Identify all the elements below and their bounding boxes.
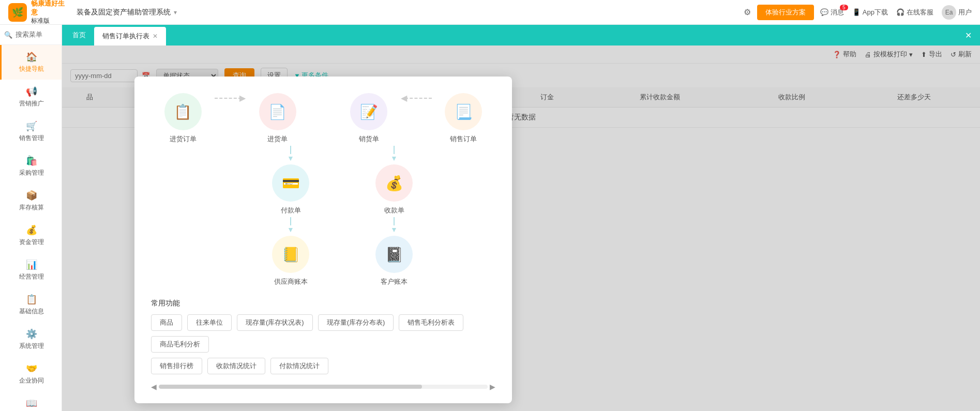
sidebar-search[interactable]: 🔍 搜索菜单 xyxy=(0,25,62,45)
inventory-icon: 📦 xyxy=(26,190,37,201)
header-right: 💬 消息 5 📱 App下载 🎧 在线客服 Ea 用户 xyxy=(820,5,972,20)
sidebar-item-purchase[interactable]: 🛍️ 采购管理 xyxy=(0,149,62,184)
supplier-ledger-icon: 📒 xyxy=(272,236,309,273)
scroll-left-icon[interactable]: ◀ xyxy=(151,383,157,391)
sales-slip-label: 销货单 xyxy=(359,134,379,144)
v-arrow-purchase: ▼ xyxy=(254,146,327,162)
v2-spacer-3 xyxy=(327,217,358,234)
purchase-icon: 🛍️ xyxy=(26,155,37,166)
func-btn-payment-stats[interactable]: 付款情况统计 xyxy=(270,358,328,374)
home-icon: 🏠 xyxy=(26,51,37,63)
logo-line2: 标准版 xyxy=(31,17,70,25)
avatar: Ea xyxy=(942,5,956,20)
tab-close-icon[interactable]: ✕ xyxy=(153,33,158,40)
message-icon: 💬 xyxy=(820,8,828,16)
flow-node-sales-slip[interactable]: 📝 销货单 xyxy=(337,93,400,144)
v-arrow-sales: ▼ xyxy=(358,146,430,162)
v2-line-1 xyxy=(290,217,291,225)
v-arrowhead-2: ▼ xyxy=(390,154,398,162)
flow-node-receipt[interactable]: 💰 收款单 xyxy=(358,164,430,215)
sidebar-item-finance[interactable]: 💰 资金管理 xyxy=(0,218,62,253)
sidebar-item-sales[interactable]: 🛒 销售管理 xyxy=(0,114,62,149)
v2-arrow-receipt: ▼ xyxy=(358,217,430,234)
v-spacer-3 xyxy=(327,146,358,162)
marketing-icon: 📢 xyxy=(26,86,37,97)
v2-spacer-2 xyxy=(223,217,254,234)
sidebar-label-enterprise: 企业协同 xyxy=(19,376,44,385)
gear-button[interactable]: ⚙ xyxy=(744,7,751,17)
arrow-h-1: ▶ xyxy=(215,93,246,103)
v2-arrow-payment: ▼ xyxy=(254,217,327,234)
flow-node-supplier-ledger[interactable]: 📒 供应商账本 xyxy=(254,236,327,286)
sidebar-item-quick-nav[interactable]: 🏠 快捷导航 xyxy=(0,45,62,80)
func-btn-goods-gross[interactable]: 商品毛利分析 xyxy=(151,336,209,353)
sales-order-icon: 📃 xyxy=(445,93,482,130)
arrow-right-icon: ▶ xyxy=(239,93,246,103)
payment-label: 付款单 xyxy=(281,206,301,215)
customer-ledger-label: 客户账本 xyxy=(381,277,408,286)
v2-line-2 xyxy=(394,217,395,225)
v-spacer-2 xyxy=(223,146,254,162)
func-btn-stock-status[interactable]: 现存量(库存状况表) xyxy=(237,314,313,331)
user-button[interactable]: Ea 用户 xyxy=(942,5,972,20)
sidebar-item-guide[interactable]: 📖 新手引导 xyxy=(0,391,62,411)
service-icon: 🎧 xyxy=(896,8,904,16)
v2-arrowhead-2: ▼ xyxy=(390,225,398,234)
purchase-order-label: 进货订单 xyxy=(170,134,197,144)
func-btn-goods[interactable]: 商品 xyxy=(151,314,182,331)
page-body: ❓ 帮助 🖨 按模板打印 ▾ ⬆ 导出 ↺ 刷新 xyxy=(62,45,980,411)
sidebar-label-system: 系统管理 xyxy=(19,342,44,351)
sidebar-label-business: 经营管理 xyxy=(19,272,44,281)
search-icon: 🔍 xyxy=(4,31,12,39)
scrollbar-track xyxy=(159,385,488,389)
app-download-button[interactable]: 📱 App下载 xyxy=(852,8,888,17)
flow-node-purchase-slip[interactable]: 📄 进货单 xyxy=(246,93,309,144)
sidebar-item-business[interactable]: 📊 经营管理 xyxy=(0,253,62,287)
scroll-right-icon[interactable]: ▶ xyxy=(490,383,495,391)
system-dropdown-icon[interactable]: ▾ xyxy=(174,9,177,16)
flow-node-customer-ledger[interactable]: 📓 客户账本 xyxy=(358,236,430,286)
v-line-2 xyxy=(394,146,395,154)
flow-node-sales-order[interactable]: 📃 销售订单 xyxy=(432,93,495,144)
sidebar-label-sales: 销售管理 xyxy=(19,134,44,143)
func-btn-sales-gross[interactable]: 销售毛利分析表 xyxy=(399,314,463,331)
v-line-1 xyxy=(290,146,291,154)
receipt-label: 收款单 xyxy=(384,206,404,215)
content-area: 首页 销售订单执行表 ✕ ✕ ❓ 帮助 🖨 按 xyxy=(62,25,980,411)
message-badge: 5 xyxy=(840,5,848,10)
system-title: 装备及固定资产辅助管理系统 ▾ xyxy=(77,8,737,17)
purchase-order-icon: 📋 xyxy=(164,93,202,130)
sidebar-item-marketing[interactable]: 📢 营销推广 xyxy=(0,80,62,114)
sidebar-item-basic-info[interactable]: 📋 基础信息 xyxy=(0,287,62,322)
common-functions-title: 常用功能 xyxy=(151,299,495,308)
purchase-slip-label: 进货单 xyxy=(267,134,288,144)
supplier-ledger-label: 供应商账本 xyxy=(274,277,308,286)
function-buttons-row2: 销售排行榜 收款情况统计 付款情况统计 xyxy=(151,358,495,374)
sidebar-label-inventory: 库存核算 xyxy=(19,203,44,212)
flow-node-purchase-order[interactable]: 📋 进货订单 xyxy=(151,93,215,144)
experience-button[interactable]: 体验行业方案 xyxy=(757,5,814,20)
common-functions: 常用功能 商品 往来单位 现存量(库存状况表) 现存量(库存分布表) 销售毛利分… xyxy=(151,299,495,374)
tab-sales-order[interactable]: 销售订单执行表 ✕ xyxy=(94,27,166,45)
enterprise-icon: 🤝 xyxy=(26,363,37,374)
func-btn-stock-dist[interactable]: 现存量(库存分布表) xyxy=(318,314,394,331)
func-btn-sales-rank[interactable]: 销售排行榜 xyxy=(151,358,202,374)
func-btn-receipt-stats[interactable]: 收款情况统计 xyxy=(207,358,265,374)
tab-home[interactable]: 首页 xyxy=(64,27,94,43)
sidebar-item-inventory[interactable]: 📦 库存核算 xyxy=(0,184,62,218)
tab-bar-close-icon[interactable]: ✕ xyxy=(959,31,978,40)
online-service-button[interactable]: 🎧 在线客服 xyxy=(896,8,933,17)
logo-area: 🌿 畅康通好生意 标准版 xyxy=(8,0,70,25)
sidebar-item-system[interactable]: ⚙️ 系统管理 xyxy=(0,322,62,357)
message-button[interactable]: 💬 消息 5 xyxy=(820,8,844,17)
arrow-h-2: ◀ xyxy=(401,93,432,103)
customer-ledger-icon: 📓 xyxy=(375,236,413,273)
scrollbar-thumb xyxy=(159,385,422,389)
basic-info-icon: 📋 xyxy=(26,294,37,305)
logo-icon: 🌿 xyxy=(8,3,27,22)
sidebar-label-finance: 资金管理 xyxy=(19,238,44,247)
flow-node-payment[interactable]: 💳 付款单 xyxy=(254,164,327,215)
sales-slip-icon: 📝 xyxy=(350,93,387,130)
sidebar-item-enterprise[interactable]: 🤝 企业协同 xyxy=(0,357,62,391)
func-btn-contacts[interactable]: 往来单位 xyxy=(187,314,232,331)
